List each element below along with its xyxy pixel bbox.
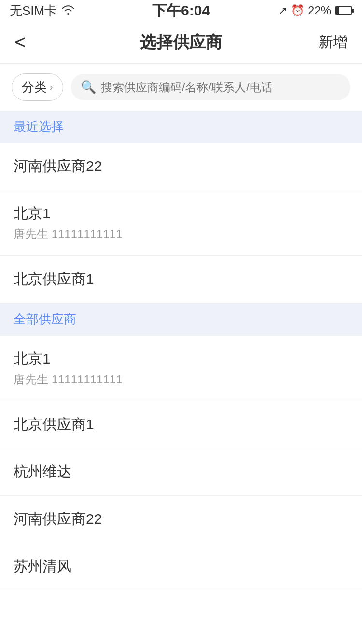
back-button[interactable]: < <box>14 31 43 53</box>
nav-bar: < 选择供应商 新增 <box>0 21 362 64</box>
recent-list-item[interactable]: 河南供应商22 <box>0 143 362 190</box>
all-section-header: 全部供应商 <box>0 303 362 336</box>
search-input[interactable] <box>101 81 341 94</box>
location-icon: ↗ <box>278 4 287 17</box>
recent-list-item[interactable]: 北京1 唐先生 11111111111 <box>0 190 362 256</box>
all-list-item[interactable]: 杭州维达 <box>0 448 362 496</box>
item-name: 北京供应商1 <box>14 269 348 289</box>
item-name: 河南供应商22 <box>14 509 348 529</box>
page-title: 选择供应商 <box>140 31 222 54</box>
search-box: 🔍 <box>71 74 350 100</box>
filter-bar: 分类 › 🔍 <box>0 64 362 111</box>
item-sub: 唐先生 11111111111 <box>14 226 348 242</box>
all-list-item[interactable]: 河南供应商22 <box>0 496 362 543</box>
item-sub: 唐先生 11111111111 <box>14 372 348 387</box>
all-list-item[interactable]: 苏州清风 <box>0 543 362 590</box>
all-items-list: 北京1 唐先生 11111111111北京供应商1杭州维达河南供应商22苏州清风 <box>0 336 362 590</box>
all-list-item[interactable]: 北京供应商1 <box>0 401 362 448</box>
recent-items-list: 河南供应商22北京1 唐先生 11111111111北京供应商1 <box>0 143 362 303</box>
carrier-text: 无SIM卡 <box>10 2 57 19</box>
chevron-right-icon: › <box>50 82 53 93</box>
recent-section-header: 最近选择 <box>0 111 362 143</box>
recent-list-item[interactable]: 北京供应商1 <box>0 256 362 303</box>
item-name: 河南供应商22 <box>14 156 348 176</box>
item-name: 北京1 <box>14 349 348 369</box>
all-list-item[interactable]: 北京1 唐先生 11111111111 <box>0 336 362 401</box>
search-icon: 🔍 <box>81 80 96 95</box>
recent-section-label: 最近选择 <box>14 119 64 134</box>
all-section-label: 全部供应商 <box>14 312 76 326</box>
item-name: 北京1 <box>14 204 348 224</box>
category-label: 分类 <box>22 79 47 96</box>
wifi-icon <box>61 3 75 18</box>
battery-text: 22% <box>308 4 331 17</box>
status-right: ↗ ⏰ 22% <box>278 4 352 17</box>
category-button[interactable]: 分类 › <box>12 73 63 101</box>
battery-icon <box>335 6 352 15</box>
alarm-icon: ⏰ <box>291 4 304 17</box>
status-bar: 无SIM卡 下午6:04 ↗ ⏰ 22% <box>0 0 362 21</box>
status-left: 无SIM卡 <box>10 2 75 19</box>
item-name: 北京供应商1 <box>14 415 348 434</box>
item-name: 杭州维达 <box>14 462 348 482</box>
item-name: 苏州清风 <box>14 557 348 576</box>
add-button[interactable]: 新增 <box>319 32 348 52</box>
status-time: 下午6:04 <box>152 1 210 21</box>
